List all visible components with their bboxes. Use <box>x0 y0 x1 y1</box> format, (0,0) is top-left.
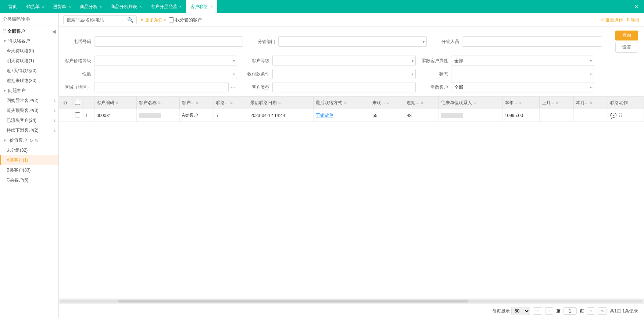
payment-select[interactable] <box>272 69 415 79</box>
page-input[interactable] <box>564 307 577 315</box>
dept-select[interactable] <box>278 36 427 47</box>
sidebar: 🔍 ⠿ 全部客户 ◀ ▼ 待联络客户 今天待联络(0) 明天待联络(1) 近7天… <box>0 13 59 318</box>
th-this-month[interactable]: 本月...⇅ <box>574 97 608 109</box>
tab-product-analysis[interactable]: 商品分析 × <box>75 0 106 13</box>
sidebar-item-class-a[interactable]: A类客户(1) <box>0 155 58 165</box>
settings-button[interactable]: 设置 <box>615 42 638 53</box>
my-customers-checkbox[interactable]: 我分管的客户 <box>169 17 202 23</box>
sidebar-group-value-customers[interactable]: ▼ 价值客户 ↻ ✎ <box>0 135 58 145</box>
td-contact: 7 <box>214 109 248 122</box>
filter-row-4: 区域（地区） ··· 客户类型 零散客户 全部 ▾ <box>65 82 638 92</box>
td-checkbox[interactable] <box>72 109 83 122</box>
close-icon[interactable]: × <box>179 4 182 9</box>
customer-level-select[interactable] <box>272 56 415 66</box>
barcode-icon[interactable]: ⠿ <box>619 113 622 119</box>
sidebar-item-churned[interactable]: 已流失客户(24) ℹ <box>0 116 58 126</box>
tab-product-analysis-list[interactable]: 商品分析列表 × <box>106 0 146 13</box>
status-select[interactable] <box>451 69 594 79</box>
th-last-contact-date[interactable]: 最后联络日期⇅ <box>248 97 314 109</box>
sidebar-search-input[interactable] <box>3 17 58 22</box>
sidebar-item-ungrouped[interactable]: 未分组(32) <box>0 145 58 155</box>
select-all-checkbox[interactable] <box>75 100 80 105</box>
search-icon[interactable]: 🔍 <box>127 17 133 23</box>
batch-ops-button[interactable]: ☑ 批量操作 <box>600 17 623 23</box>
retail-select[interactable]: 全部 <box>451 82 594 92</box>
th-settings[interactable]: ⚙ <box>59 97 72 109</box>
search-input[interactable] <box>67 17 127 22</box>
sidebar-group-pending-contact[interactable]: ▼ 待联络客户 <box>0 36 58 46</box>
td-last-method[interactable]: 下销货单 <box>314 109 370 122</box>
tab-customer-segmentation[interactable]: 客户分层经营 × <box>146 0 186 13</box>
filter-icon: ▼ <box>140 17 144 22</box>
sidebar-item-today-pending[interactable]: 今天待联络(0) <box>0 46 58 56</box>
th-code[interactable]: 客户编码⇅ <box>94 97 137 109</box>
dots-icon[interactable]: ··· <box>229 84 237 90</box>
my-customers-check[interactable] <box>169 17 174 22</box>
sidebar-item-declining[interactable]: 持续下滑客户(2) ℹ <box>0 126 58 135</box>
sidebar-item-week-pending[interactable]: 近7天待联络(0) <box>0 66 58 76</box>
customer-type-input[interactable] <box>272 82 415 92</box>
sidebar-item-churn-warning[interactable]: 流失预警客户(3) ℹ <box>0 106 58 116</box>
th-level[interactable]: 客户...⇅ <box>180 97 214 109</box>
collapse-icon[interactable]: ◀ <box>52 29 56 34</box>
export-button[interactable]: ⬆ 导出 <box>626 17 640 23</box>
refresh-icon[interactable]: ↻ <box>29 138 33 143</box>
th-checkbox[interactable] <box>72 97 83 109</box>
th-index <box>83 97 94 109</box>
close-icon[interactable]: × <box>100 4 102 9</box>
query-button[interactable]: 查询 <box>615 31 638 40</box>
sort-icon: ⇅ <box>421 101 423 105</box>
th-no-contact[interactable]: 未联...⇅ <box>370 97 404 109</box>
nature-select[interactable] <box>94 69 237 79</box>
payment-label: 收付款条件 <box>243 71 272 77</box>
th-overdue[interactable]: 逾期...⇅ <box>404 97 439 109</box>
next-page-button[interactable]: › <box>587 307 595 315</box>
chat-icon[interactable]: 💬 <box>610 113 616 119</box>
person-label: 分管人员 <box>433 39 462 45</box>
close-icon[interactable]: × <box>68 4 71 9</box>
person-input[interactable] <box>462 36 602 47</box>
per-page-select[interactable]: 50 100 <box>511 307 530 315</box>
tab-purchase-order[interactable]: 进货单 × <box>49 0 75 13</box>
sidebar-item-overdue-contact[interactable]: 逾期未联络(30) <box>0 76 58 86</box>
price-level-select[interactable] <box>94 56 237 66</box>
region-input[interactable] <box>94 82 229 92</box>
th-last-contact-method[interactable]: 最后联络方式⇅ <box>314 97 370 109</box>
td-this-month <box>574 109 608 122</box>
td-overdue: 48 <box>404 109 439 122</box>
per-page-label: 每页显示 <box>492 308 510 314</box>
th-contacts-person[interactable]: 往来单位联系人⇅ <box>439 97 502 109</box>
close-icon[interactable]: × <box>210 4 212 9</box>
sidebar-item-class-c[interactable]: C类客户(6) <box>0 175 58 185</box>
dots-icon[interactable]: ··· <box>602 39 611 45</box>
last-page-button[interactable]: » <box>598 307 607 315</box>
more-filter-button[interactable]: ▼ 更多条件 ▾ <box>140 17 166 23</box>
th-this-year[interactable]: 本年...⇅ <box>502 97 539 109</box>
retail-label: 零散客户 <box>422 84 451 91</box>
sidebar-group-problem-customers[interactable]: ▼ 问题客户 <box>0 86 58 96</box>
tab-customer-contact[interactable]: 客户联络 × <box>186 0 217 13</box>
scrollbar-thumb[interactable] <box>118 300 468 303</box>
global-close-button[interactable]: × <box>632 3 641 10</box>
arrow-icon: ▼ <box>3 89 7 93</box>
search-box: 🔍 <box>63 15 137 24</box>
th-name[interactable]: 客户名称⇅ <box>137 97 180 109</box>
phone-input[interactable] <box>94 36 243 47</box>
edit-icon[interactable]: ✎ <box>35 138 38 143</box>
horizontal-scrollbar[interactable] <box>59 298 644 304</box>
row-checkbox[interactable] <box>75 112 80 117</box>
sidebar-item-tomorrow-pending[interactable]: 明天待联络(1) <box>0 56 58 66</box>
sidebar-item-repurchase-anomaly[interactable]: 回购异常客户(2) ℹ <box>0 96 58 106</box>
filter-cell-region: 区域（地区） ··· <box>65 82 237 92</box>
retail-attr-select[interactable]: 全部 <box>451 56 594 66</box>
home-tab[interactable]: 首页 <box>3 0 22 13</box>
first-page-button[interactable]: « <box>533 307 542 315</box>
th-contact[interactable]: 联络...⇅ <box>214 97 248 109</box>
prev-page-button[interactable]: ‹ <box>545 307 553 315</box>
pagination: 每页显示 50 100 « ‹ 第 页 › » 共1页 1条记录 <box>59 304 644 318</box>
close-icon[interactable]: × <box>139 4 142 9</box>
th-last-month[interactable]: 上月...⇅ <box>539 97 573 109</box>
sidebar-item-class-b[interactable]: B类客户(33) <box>0 165 58 175</box>
close-icon[interactable]: × <box>42 4 44 9</box>
tab-sales-order[interactable]: 销货单 × <box>22 0 49 13</box>
